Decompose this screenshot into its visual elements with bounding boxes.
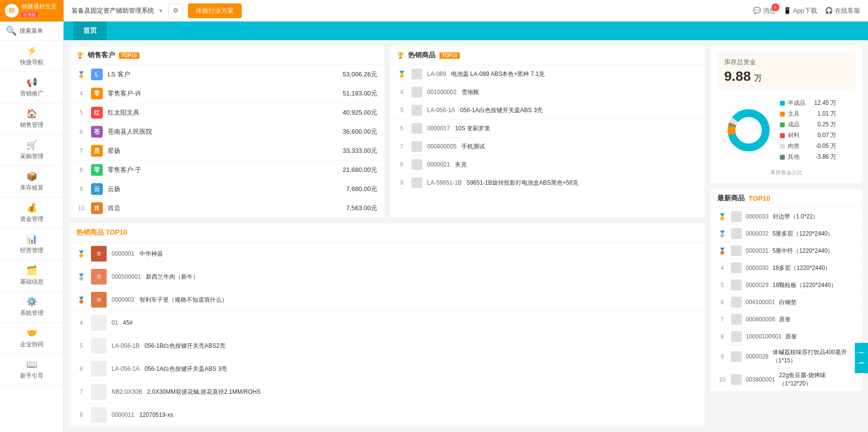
list-item: 8 零 零售客户-于 21,680.00元: [69, 161, 384, 180]
product-thumbnail: [411, 69, 422, 79]
settings-button[interactable]: ⚙: [168, 3, 183, 18]
new-products-card: 最新商品 TOP10 🥇 0000033 封边带（1.0*22） 🥈: [710, 189, 862, 391]
avatar: 零: [91, 88, 103, 99]
inventory-card: 库存总资金 9.88 万: [710, 46, 862, 183]
list-item: 🥈 0000032 5厘多层（1220*2440）: [710, 225, 862, 242]
top-right-actions: 💬 消息 6 📱 App下载 🎧 在线客服: [753, 6, 860, 15]
list-item: 🥇 LA-089 电池盖 LA-089 ABS本色+黑种 7.1克: [390, 65, 705, 83]
sidebar-item-sales[interactable]: 🏠 销售管理: [0, 103, 63, 135]
top-customers-header: 🏆 销售客户 TOP10: [69, 46, 384, 65]
list-item: 7 000800005 手机测试: [390, 138, 705, 156]
list-item: 5 红 红太阳文具 40,925.00元: [69, 103, 384, 122]
list-item: 4 0000030 18多层（1220*2440）: [710, 260, 862, 277]
dropdown-arrow-icon: ▼: [158, 8, 163, 14]
operations-icon: 📊: [26, 234, 37, 244]
product-thumbnail: [411, 141, 422, 152]
live-broadcast-button[interactable]: 直播: [855, 363, 868, 373]
legend-item: 其他 -3.86 万: [780, 153, 836, 161]
list-item: 🥉 图 0000002 智利车子里（规格不知道填什么）: [69, 288, 705, 312]
new-products-list: 🥇 0000033 封边带（1.0*22） 🥈 0000032 5厘多层（122…: [710, 208, 862, 391]
quick-nav-icon: ⚡: [26, 46, 37, 56]
tab-home[interactable]: 首页: [73, 22, 107, 40]
legend-item: 文具 1.01 万: [780, 110, 836, 118]
new-products-header: 最新商品 TOP10: [710, 189, 862, 208]
list-item: 10 003800001 22g鱼豆腐-烧烤味（1*12*20）: [710, 368, 862, 391]
inventory-title: 库存总资金: [724, 58, 848, 67]
list-item: 🥇 0000033 封边带（1.0*22）: [710, 208, 862, 225]
inventory-icon: 📦: [26, 171, 37, 182]
finance-icon: 💰: [26, 202, 37, 213]
legend-item: 肉类 -0.05 万: [780, 142, 836, 150]
top-products-right-list: 🥇 LA-089 电池盖 LA-089 ABS本色+黑种 7.1克 4 0010…: [390, 65, 705, 192]
svg-point-5: [735, 117, 762, 144]
product-thumbnail: [731, 297, 742, 308]
list-item: 9 云 云扬 7,680.00元: [69, 180, 384, 199]
inventory-amount: 9.88 万: [724, 69, 848, 84]
top-lists-row: 🏆 销售客户 TOP10 🥇 L LS 客户 53,006.26元: [69, 46, 705, 217]
system-icon: ⚙️: [26, 296, 37, 307]
online-service-button[interactable]: 🎧 在线客服: [825, 6, 860, 15]
product-image: 图: [91, 292, 107, 308]
service-community-button[interactable]: 服务社区: [855, 353, 868, 363]
list-item: 8 10000100001 原奎: [710, 328, 862, 345]
legend-item: 成品 0.25 万: [780, 120, 836, 129]
notification-button[interactable]: 💬 消息 6: [753, 6, 776, 15]
product-image: 图: [91, 269, 107, 285]
inventory-footer: 库存资金占比: [717, 169, 855, 176]
product-thumbnail: [731, 263, 742, 273]
legend-item: 材料 0.07 万: [780, 131, 836, 140]
page-content: 🏆 销售客户 TOP10 🥇 L LS 客户 53,006.26元: [64, 40, 868, 432]
sidebar-item-finance[interactable]: 💰 资金管理: [0, 197, 63, 229]
donut-chart: [724, 106, 773, 155]
product-thumbnail: [731, 211, 742, 222]
sidebar-item-system[interactable]: ⚙️ 系统管理: [0, 291, 63, 323]
sidebar-item-purchase[interactable]: 🛒 采购管理: [0, 135, 63, 166]
avatar: 肖: [91, 202, 103, 214]
hot-products-card: 热销商品 TOP10 🥇 图 0000001 中华神器 🥈 图 0005000: [69, 223, 705, 426]
sidebar-item-operations[interactable]: 📊 经营管理: [0, 229, 63, 260]
marketing-icon: 📢: [26, 77, 37, 88]
sidebar-item-search[interactable]: 🔍 搜索菜单: [0, 22, 63, 41]
sidebar: 🔍 搜索菜单 ⚡ 快捷导航 📢 营销推广 🏠 销售管理 🛒 采购管理 📦 库存核…: [0, 22, 64, 432]
trial-button[interactable]: 体验行业方案: [188, 3, 242, 18]
list-item: 🥉 0000031 5厘中纤（1220*2440）: [710, 242, 862, 260]
product-thumbnail: [411, 177, 422, 188]
list-item: 🥇 L LS 客户 53,006.26元: [69, 65, 384, 84]
product-thumbnail: [731, 374, 742, 385]
product-image: [91, 315, 107, 331]
sidebar-item-inventory[interactable]: 📦 库存核算: [0, 166, 63, 197]
left-content: 🏆 销售客户 TOP10 🥇 L LS 客户 53,006.26元: [69, 46, 705, 426]
sidebar-item-quick-nav[interactable]: ⚡ 快捷导航: [0, 41, 63, 72]
app-download-button[interactable]: 📱 App下载: [783, 6, 817, 15]
avatar: L: [91, 69, 103, 80]
list-item: 🥇 图 0000001 中华神器: [69, 242, 705, 265]
hot-products-list: 🥇 图 0000001 中华神器 🥈 图 000500001 新西兰牛肉（新牛）: [69, 242, 705, 426]
float-buttons: 客服热线 服务社区 直播: [855, 343, 868, 373]
base-info-icon: 🗂️: [26, 265, 37, 276]
product-thumbnail: [731, 314, 742, 325]
product-thumbnail: [731, 331, 742, 342]
sidebar-item-collab[interactable]: 🤝 企业协同: [0, 323, 63, 354]
top-customers-list: 🥇 L LS 客户 53,006.26元 4 零 零售客户-许 51,183.0…: [69, 65, 384, 217]
product-thumbnail: [731, 280, 742, 290]
list-item: 🥈 图 000500001 新西兰牛肉（新牛）: [69, 265, 705, 288]
sidebar-item-marketing[interactable]: 📢 营销推广: [0, 72, 63, 103]
right-column: 库存总资金 9.88 万: [710, 46, 862, 426]
guide-icon: 📖: [26, 359, 37, 370]
list-item: 6 LA-056-1A 056-1A白色按键开关盖ABS 3壳: [69, 358, 705, 381]
avatar: 星: [91, 145, 103, 157]
sales-icon: 🏠: [26, 108, 37, 119]
logo-area: 好 畅捷通好生意 标准版: [0, 0, 64, 22]
top-products-right-card: 🏆 热销商品 TOP10 🥇 LA-089 电池盖 LA-089 ABS本色+黑…: [390, 46, 705, 217]
list-item: 7 NB2.0X30B 2.0X30MM双搓花轴,搓花直径2.1MM/ROHS: [69, 381, 705, 404]
list-item: 4 零 零售客户-许 51,183.00元: [69, 84, 384, 103]
sidebar-item-guide[interactable]: 📖 新手引导: [0, 354, 63, 385]
logo-text: 畅捷通好生意 标准版: [22, 3, 57, 18]
list-item: 5 0000029 18颗粒板（1220*2440）: [710, 277, 862, 294]
customer-hotline-button[interactable]: 客服热线: [855, 343, 868, 353]
product-image: 图: [91, 246, 107, 262]
list-item: 4 01 45#: [69, 312, 705, 335]
sidebar-item-base-info[interactable]: 🗂️ 基础信息: [0, 260, 63, 291]
content-area: 首页 🏆 销售客户 TOP10: [64, 22, 868, 432]
system-selector[interactable]: 装备及固定资产辅助管理系统 ▼: [71, 6, 163, 15]
